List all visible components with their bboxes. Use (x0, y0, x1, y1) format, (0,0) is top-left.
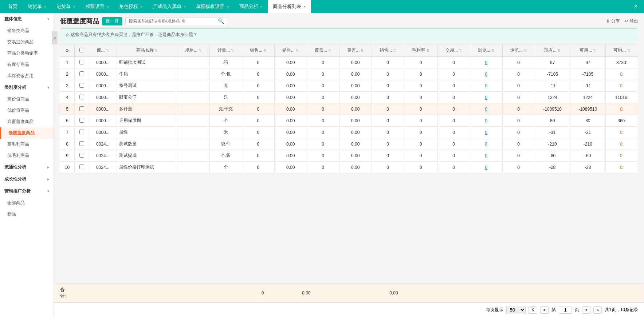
row-checkbox[interactable] (75, 57, 89, 68)
prev-page-button[interactable]: < (540, 306, 549, 314)
col-current-stock[interactable]: 现有... ⇅ (535, 44, 570, 57)
row-sellable: 0: (605, 80, 638, 92)
row-checkbox[interactable] (75, 103, 89, 115)
sidebar-item-stock-capital[interactable]: 库存资金占用 (0, 70, 54, 82)
sidebar-item-sales-products[interactable]: 销售类商品 (0, 25, 54, 36)
period-button[interactable]: 近一月 (102, 17, 122, 25)
footer-spacer10 (598, 290, 627, 296)
col-available-stock[interactable]: 可用... ⇅ (570, 44, 605, 57)
nav-close-template[interactable]: × (227, 4, 229, 9)
nav-close-product-analysis-list[interactable]: × (303, 4, 306, 9)
sidebar-item-high-margin[interactable]: 高毛利商品 (0, 139, 54, 150)
col-transaction[interactable]: 交易... ⇅ (437, 44, 470, 57)
nav-home[interactable]: 首页 (3, 0, 23, 13)
col-spec[interactable]: 规格... ⇅ (177, 44, 209, 57)
row-sales-qty: 0 (242, 138, 274, 150)
search-icon[interactable]: 🔍 (218, 18, 224, 24)
nav-role-auth[interactable]: 角色授权 × (114, 0, 148, 13)
row-browse1[interactable]: 0 (470, 127, 502, 138)
sidebar-item-category-turnover[interactable]: 商品分类动销率 (0, 48, 54, 59)
sidebar-marketing-items: 全部商品 新品 (0, 197, 54, 220)
row-checkbox[interactable] (75, 80, 89, 92)
sidebar-item-traded-products[interactable]: 交易过的商品 (0, 36, 54, 48)
row-browse1[interactable]: 0 (470, 150, 502, 162)
nav-permission-settings[interactable]: 权限设置 × (80, 0, 114, 13)
row-checkbox[interactable] (75, 115, 89, 127)
col-sales-qty[interactable]: 销售... ⇅ (242, 44, 274, 57)
export-button[interactable]: ↩ 导出 (624, 18, 638, 24)
col-settings[interactable]: ⚙ (60, 44, 75, 57)
row-browse1[interactable]: 0 (470, 138, 502, 150)
nav-close-product-analysis[interactable]: × (260, 4, 263, 9)
row-num: 10 (60, 162, 75, 173)
sidebar-item-high-coverage[interactable]: 高覆盖度商品 (0, 116, 54, 127)
per-page-select[interactable]: 50 20 100 200 (506, 306, 526, 314)
row-checkbox[interactable] (75, 162, 89, 173)
row-browse1[interactable]: 0 (470, 80, 502, 92)
nav-close-product-inbound[interactable]: × (184, 4, 186, 9)
col-checkbox[interactable] (75, 44, 89, 57)
row-checkbox[interactable] (75, 92, 89, 103)
row-checkbox[interactable] (75, 150, 89, 162)
col-code[interactable]: 商... ⇅ (89, 44, 117, 57)
row-checkbox[interactable] (75, 127, 89, 138)
sidebar-section-marketing[interactable]: 营销推广分析 ▾ (0, 185, 54, 197)
nav-product-analysis[interactable]: 商品分析 × (234, 0, 268, 13)
sidebar-section-overall[interactable]: 整体信息 ▾ (0, 13, 54, 25)
row-name: 符号测试 (117, 80, 177, 92)
row-browse1[interactable]: 0 (470, 57, 502, 68)
nav-sales-order[interactable]: 销货单 × (23, 0, 51, 13)
nav-close-purchase-order[interactable]: × (73, 4, 75, 9)
last-page-button[interactable]: » (593, 306, 602, 314)
row-browse1[interactable]: 0 (470, 162, 502, 173)
sidebar-section-category[interactable]: 类别度分析 ▾ (0, 82, 54, 94)
row-available-stock: -11 (570, 80, 605, 92)
nav-close-sales-order[interactable]: × (44, 4, 46, 9)
row-browse1[interactable]: 0 (470, 92, 502, 103)
col-browse1[interactable]: 浏览... ⇅ (470, 44, 502, 57)
sidebar-item-low-coverage[interactable]: 低覆盖度商品 (0, 127, 54, 139)
sidebar-section-growth[interactable]: 成长性分析 ▸ (0, 173, 54, 185)
row-coverage1: 0 (307, 150, 339, 162)
nav-product-inbound[interactable]: 产成品入库单 × (148, 0, 191, 13)
nav-close-all[interactable]: × (631, 3, 641, 10)
row-browse1[interactable]: 0 (470, 68, 502, 80)
footer-spacer2 (117, 290, 146, 296)
row-coverage1: 0 (307, 57, 339, 68)
col-sellable[interactable]: 可销... ⇅ (605, 44, 638, 57)
select-all-checkbox[interactable] (79, 48, 84, 52)
col-sales-amt[interactable]: 销售... ⇅ (274, 44, 307, 57)
sidebar-section-liquidity[interactable]: 流通性分析 ▸ (0, 161, 54, 173)
nav-template-settings[interactable]: 单据模板设置 × (191, 0, 234, 13)
nav-product-analysis-list[interactable]: 商品分析列表 × (268, 0, 311, 13)
row-current-stock: -11 (535, 80, 570, 92)
col-gross-margin[interactable]: 毛利率 ⇅ (404, 44, 437, 57)
row-browse2: 0 (502, 68, 535, 80)
row-browse1[interactable]: 0 (470, 115, 502, 127)
table-container[interactable]: ⚙ 商... ⇅ 商品名称 ⇅ 规格... ⇅ 计量... ⇅ 销售... ⇅ … (60, 44, 638, 284)
col-browse2[interactable]: 浏览... ⇅ (502, 44, 535, 57)
share-button[interactable]: ⬆ 分享 (606, 18, 620, 24)
col-coverage1[interactable]: 覆盖... ⇅ (307, 44, 339, 57)
next-page-button[interactable]: > (582, 306, 590, 314)
page-input[interactable] (559, 306, 572, 314)
col-unit[interactable]: 计量... ⇅ (209, 44, 242, 57)
nav-close-permission[interactable]: × (107, 4, 109, 9)
col-sales3[interactable]: 销售... ⇅ (372, 44, 404, 57)
sidebar-item-new-products[interactable]: 新品 (0, 209, 54, 220)
nav-close-role-auth[interactable]: × (140, 4, 142, 9)
sidebar-item-all-products[interactable]: 全部商品 (0, 197, 54, 209)
col-coverage2[interactable]: 覆盖... ⇅ (339, 44, 372, 57)
sidebar-item-low-value[interactable]: 低价值商品 (0, 105, 54, 116)
sidebar-item-in-stock[interactable]: 有库存商品 (0, 59, 54, 70)
row-checkbox[interactable] (75, 138, 89, 150)
col-name[interactable]: 商品名称 ⇅ (117, 44, 177, 57)
first-page-button[interactable]: K (529, 306, 537, 314)
sidebar-collapse-button[interactable]: « (52, 31, 58, 44)
sidebar-item-low-margin[interactable]: 低毛利商品 (0, 150, 54, 161)
sidebar-item-high-value[interactable]: 高价值商品 (0, 94, 54, 105)
nav-purchase-order[interactable]: 进货单 × (51, 0, 80, 13)
row-browse1[interactable]: 0 (470, 103, 502, 115)
search-input[interactable] (129, 19, 218, 24)
row-checkbox[interactable] (75, 68, 89, 80)
